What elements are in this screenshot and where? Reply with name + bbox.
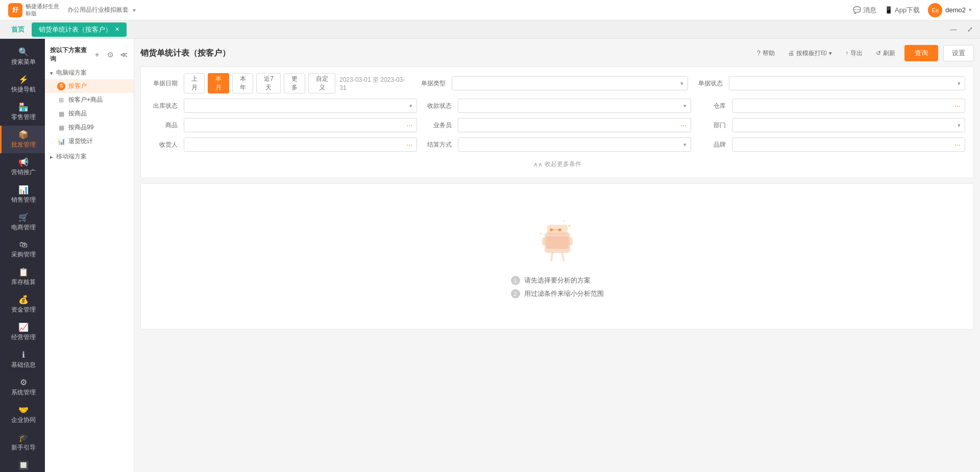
payment-chevron: ▾ — [683, 141, 687, 148]
sidebar-item-wholesale[interactable]: 📦 批发管理 — [0, 126, 45, 153]
out-status-select[interactable]: ▾ — [184, 99, 417, 113]
date-shortcuts: 上月 本月 本年 近7天 更多 自定义 — [184, 73, 335, 93]
receipt-status-label: 收款状态 — [423, 102, 452, 110]
app-center-icon: 🔲 — [4, 460, 43, 470]
empty-state: ✦ ✦ ✦ 1 请先选择要分析的方案 2 用过滤条件来缩小分析范围 — [140, 183, 974, 329]
collapse-panel-btn[interactable]: ≪ — [118, 50, 129, 60]
payment-label: 结算方式 — [423, 140, 452, 149]
operations-icon: 📈 — [4, 322, 43, 332]
filter-row-1: 单据日期 上月 本月 本年 近7天 更多 自定义 2023-03-01 至 20… — [149, 73, 965, 93]
sidebar-item-basic-info[interactable]: ℹ 基础信息 — [0, 346, 45, 373]
brand-input[interactable]: ··· — [732, 137, 965, 152]
date-btn-last-7-days[interactable]: 近7天 — [256, 73, 281, 93]
tree-group-pc-header[interactable]: 电脑端方案 — [45, 66, 134, 79]
salesperson-input[interactable]: ··· — [458, 118, 691, 132]
query-button[interactable]: 查询 — [904, 45, 938, 61]
goods-input[interactable]: ··· — [184, 118, 417, 132]
top-header: 好 畅捷通好生意 标版 办公用品行业模拟账套 ▾ 💬 消息 📱 App下载 Ea… — [0, 0, 980, 20]
receiver-input[interactable]: ··· — [184, 137, 417, 152]
department-label: 部门 — [697, 121, 726, 130]
svg-rect-7 — [569, 238, 573, 245]
marketing-icon: 📢 — [4, 157, 43, 167]
sidebar-item-enterprise[interactable]: 🤝 企业协同 — [0, 401, 45, 429]
doc-status-label: 单据状态 — [694, 79, 723, 88]
date-btn-last-month[interactable]: 上月 — [184, 73, 205, 93]
export-icon: ↑ — [845, 50, 848, 57]
refresh-btn[interactable]: ↺ 刷新 — [872, 47, 899, 60]
sidebar-item-retail[interactable]: 🏪 零售管理 — [0, 98, 45, 126]
sales-icon: 📊 — [4, 185, 43, 195]
sidebar-item-search[interactable]: 🔍 搜索菜单 — [0, 43, 45, 70]
sidebar-item-inventory[interactable]: 📋 库存核算 — [0, 263, 45, 291]
svg-text:✦: ✦ — [562, 220, 565, 223]
tree-group-mobile-header[interactable]: 移动端方案 — [45, 150, 134, 163]
warehouse-ellipsis[interactable]: ··· — [954, 102, 961, 110]
new-guide-icon: 🎓 — [4, 433, 43, 442]
date-btn-more[interactable]: 更多 — [284, 73, 305, 93]
tree-item-by-customer[interactable]: 客 按客户 — [45, 79, 134, 93]
date-btn-custom[interactable]: 自定义 — [308, 73, 335, 93]
edit-scheme-btn[interactable]: ⊙ — [105, 50, 115, 60]
sidebar-item-finance[interactable]: 💰 资金管理 — [0, 291, 45, 318]
warehouse-input[interactable]: ··· — [732, 99, 965, 113]
brand-label: 品牌 — [697, 140, 726, 149]
tab-home[interactable]: 首页 — [4, 22, 32, 37]
tab-close-icon[interactable]: ✕ — [115, 27, 119, 32]
date-btn-this-month[interactable]: 本月 — [208, 73, 229, 93]
sidebar-item-new-guide[interactable]: 🎓 新手引导 — [0, 429, 45, 456]
left-panel-actions: + ⊙ ≪ — [92, 50, 129, 60]
sidebar-item-operations[interactable]: 📈 经营管理 — [0, 318, 45, 346]
doc-status-select[interactable]: ▾ — [729, 76, 965, 90]
tree-item-return-stats[interactable]: 📊 退货统计 — [45, 134, 134, 148]
svg-text:✦: ✦ — [568, 224, 571, 228]
user-area[interactable]: Ea demo2 ▾ — [928, 3, 972, 17]
refresh-icon: ↺ — [876, 50, 881, 57]
department-chevron: ▾ — [958, 122, 961, 129]
svg-rect-6 — [542, 238, 546, 245]
goods-ellipsis[interactable]: ··· — [406, 121, 412, 129]
receipt-status-select[interactable]: ▾ — [458, 99, 691, 113]
doc-type-select[interactable]: ▾ — [452, 76, 688, 90]
by-customer-icon: 客 — [57, 82, 65, 90]
export-btn[interactable]: ↑ 导出 — [841, 47, 867, 60]
brand-ellipsis[interactable]: ··· — [954, 140, 961, 149]
user-dropdown-icon: ▾ — [969, 7, 972, 13]
sidebar-item-quick-nav[interactable]: ⚡ 快捷导航 — [0, 70, 45, 98]
sidebar-item-purchase[interactable]: 🛍 采购管理 — [0, 236, 45, 263]
wholesale-icon: 📦 — [4, 130, 43, 139]
tab-bar: 首页 销货单统计表（按客户） ✕ — ⤢ — [0, 20, 980, 39]
tab-sales-report[interactable]: 销货单统计表（按客户） ✕ — [32, 22, 127, 37]
tab-maximize-btn[interactable]: ⤢ — [964, 23, 976, 36]
sidebar-item-marketing[interactable]: 📢 营销推广 — [0, 153, 45, 181]
by-goods-icon: ▦ — [57, 110, 65, 118]
finance-icon: 💰 — [4, 295, 43, 304]
sidebar-item-ecommerce[interactable]: 🛒 电商管理 — [0, 208, 45, 236]
tree-item-customer-goods[interactable]: ⊞ 按客户+商品 — [45, 93, 134, 107]
app-download-btn[interactable]: 📱 App下载 — [885, 6, 920, 15]
filter-card: 单据日期 上月 本月 本年 近7天 更多 自定义 2023-03-01 至 20… — [140, 66, 974, 178]
add-scheme-btn[interactable]: + — [92, 50, 102, 60]
svg-text:✦: ✦ — [540, 232, 543, 235]
settings-button[interactable]: 设置 — [943, 45, 974, 61]
date-label: 单据日期 — [149, 79, 178, 88]
system-icon: ⚙ — [4, 377, 43, 387]
sidebar: 🔍 搜索菜单 ⚡ 快捷导航 🏪 零售管理 📦 批发管理 📢 营销推广 📊 销售管… — [0, 39, 45, 472]
message-btn[interactable]: 💬 消息 — [853, 6, 876, 15]
sidebar-item-app-center[interactable]: 🔲 应用中心 — [0, 456, 45, 472]
help-btn[interactable]: ? 帮助 — [753, 47, 779, 60]
sidebar-item-sales[interactable]: 📊 销售管理 — [0, 181, 45, 208]
salesperson-ellipsis[interactable]: ··· — [680, 121, 687, 129]
tree-item-by-goods[interactable]: ▦ 按商品 — [45, 107, 134, 121]
collapse-bar[interactable]: ∧∧ 收起更多条件 — [149, 157, 965, 172]
logo-text: 畅捷通好生意 标版 — [26, 3, 59, 16]
receiver-ellipsis[interactable]: ··· — [406, 140, 412, 149]
tab-minimize-btn[interactable]: — — [947, 23, 960, 36]
department-select[interactable]: ▾ — [732, 118, 965, 132]
doc-type-label: 单据类型 — [417, 79, 446, 88]
date-btn-this-year[interactable]: 本年 — [232, 73, 253, 93]
template-print-btn[interactable]: 🖨 按模板打印 — [784, 47, 836, 60]
sidebar-item-system[interactable]: ⚙ 系统管理 — [0, 373, 45, 401]
payment-select[interactable]: ▾ — [458, 137, 691, 152]
tree-item-by-goods-99[interactable]: ▦ 按商品99 — [45, 121, 134, 134]
receipt-status-chevron: ▾ — [683, 103, 687, 109]
